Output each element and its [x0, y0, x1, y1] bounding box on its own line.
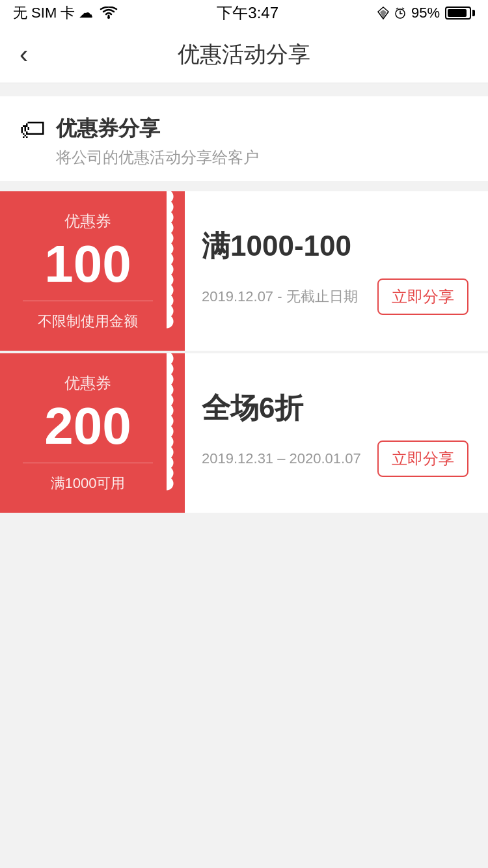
battery-indicator [445, 7, 475, 20]
status-time: 下午3:47 [217, 3, 278, 23]
coupon-title-0: 满1000-100 [202, 227, 468, 265]
status-bar: 无 SIM 卡 ☁ 下午3:47 95% [0, 0, 488, 26]
page-title: 优惠活动分享 [178, 40, 310, 70]
coupon-right-0: 满1000-100 2019.12.07 - 无截止日期 立即分享 [176, 191, 488, 351]
section-title: 优惠券分享 [56, 115, 259, 143]
coupon-card: 优惠券 200 满1000可用 全场6折 2019.12.31 – 2020.0… [0, 353, 488, 513]
coupon-footer-0: 2019.12.07 - 无截止日期 立即分享 [202, 278, 468, 315]
svg-line-5 [402, 8, 404, 9]
no-sim-text: 无 SIM 卡 ☁ [13, 3, 93, 23]
coupon-left-0: 优惠券 100 不限制使用金额 [0, 191, 176, 351]
coupon-divider-1 [23, 463, 153, 463]
section-text: 优惠券分享 将公司的优惠活动分享给客户 [56, 115, 259, 168]
share-button-0[interactable]: 立即分享 [377, 278, 468, 315]
coupon-right-1: 全场6折 2019.12.31 – 2020.01.07 立即分享 [176, 353, 488, 513]
coupon-left-1: 优惠券 200 满1000可用 [0, 353, 176, 513]
location-icon [377, 7, 389, 20]
coupon-card: 优惠券 100 不限制使用金额 满1000-100 2019.12.07 - 无… [0, 191, 488, 351]
status-left: 无 SIM 卡 ☁ [13, 3, 118, 23]
section-header: 🏷 优惠券分享 将公司的优惠活动分享给客户 [0, 96, 488, 181]
status-right: 95% [377, 5, 475, 21]
battery-percentage: 95% [411, 5, 440, 21]
coupon-list: 优惠券 100 不限制使用金额 满1000-100 2019.12.07 - 无… [0, 191, 488, 514]
svg-point-0 [107, 16, 110, 19]
svg-line-4 [396, 8, 398, 9]
coupon-label-0: 优惠券 [64, 211, 111, 232]
wifi-icon [100, 7, 118, 20]
coupon-amount-1: 200 [44, 400, 131, 452]
coupon-condition-0: 不限制使用金额 [38, 312, 138, 331]
coupon-footer-1: 2019.12.31 – 2020.01.07 立即分享 [202, 441, 468, 477]
alarm-icon [394, 7, 406, 20]
coupon-amount-0: 100 [44, 238, 131, 290]
nav-bar: ‹ 优惠活动分享 [0, 26, 488, 83]
coupon-date-0: 2019.12.07 - 无截止日期 [202, 287, 358, 306]
section-subtitle: 将公司的优惠活动分享给客户 [56, 147, 259, 168]
coupon-label-1: 优惠券 [64, 373, 111, 394]
coupon-condition-1: 满1000可用 [51, 474, 126, 493]
coupon-icon: 🏷 [20, 116, 46, 142]
back-button[interactable]: ‹ [20, 40, 28, 69]
coupon-title-1: 全场6折 [202, 389, 468, 427]
coupon-date-1: 2019.12.31 – 2020.01.07 [202, 450, 361, 467]
share-button-1[interactable]: 立即分享 [377, 441, 468, 477]
coupon-divider-0 [23, 301, 153, 301]
